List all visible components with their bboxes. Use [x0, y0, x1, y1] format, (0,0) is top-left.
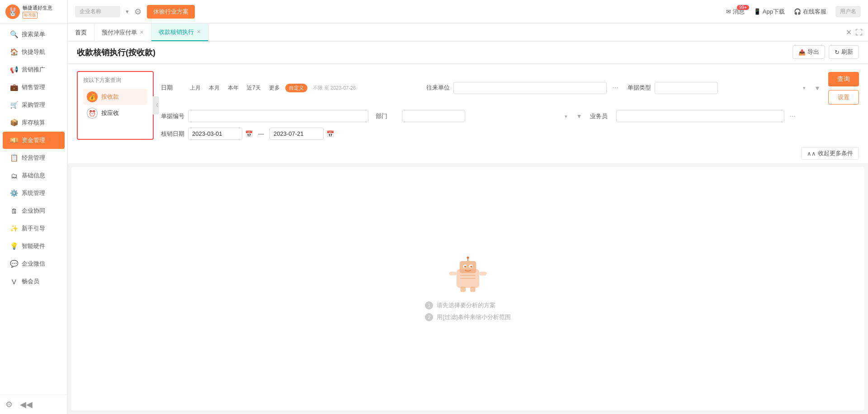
date-range-hint: 不限 至 2023-07-26	[313, 85, 356, 91]
tab-prepay-close-icon[interactable]: ✕	[140, 29, 144, 35]
filter-option-by-receivable[interactable]: ⏰ 按应收	[83, 105, 147, 121]
settings-bottom-icon[interactable]: ⚙	[5, 400, 13, 409]
tab-prepay[interactable]: 预付冲应付单 ✕	[94, 24, 151, 41]
tab-home[interactable]: 首页	[68, 24, 94, 41]
sidebar-item-inventory[interactable]: 📦 库存核算	[3, 114, 65, 131]
page-header-actions: 📤 导出 ↻ 刷新	[793, 45, 859, 59]
date-custom-btn[interactable]: 自定义	[285, 84, 307, 92]
sidebar-item-label: 库存核算	[22, 119, 45, 127]
app-logo: 🐰 畅捷通好生意 标准版	[0, 0, 67, 24]
collapse-sidebar-icon[interactable]: ◀◀	[20, 400, 33, 409]
brand-chevron-icon[interactable]: ▾	[126, 8, 129, 15]
sidebar-item-label: 系统管理	[22, 189, 45, 197]
setting-btn[interactable]: 设置	[828, 90, 859, 105]
sidebar-item-label: 采购管理	[22, 101, 45, 109]
sidebar-item-label: 智能硬件	[22, 242, 45, 250]
salesperson-more-icon[interactable]: ···	[788, 112, 797, 120]
message-badge: 99+	[737, 5, 749, 10]
page-body: 收款核销执行(按收款) 📤 导出 ↻ 刷新 按以下方案查询 💰 按收款	[68, 42, 868, 414]
tab-home-label: 首页	[75, 29, 87, 37]
query-btn[interactable]: 查询	[828, 72, 859, 86]
export-btn[interactable]: 📤 导出	[793, 45, 825, 59]
sidebar-item-system[interactable]: ⚙️ 系统管理	[3, 185, 65, 202]
filter-panel-title: 按以下方案查询	[83, 76, 147, 84]
sidebar-item-marketing[interactable]: 📢 营销推广	[3, 61, 65, 78]
filter-field-docno: 单据编号	[161, 110, 368, 122]
home-icon: 🏠	[10, 48, 18, 56]
sidebar-item-label: 企业协同	[22, 207, 45, 215]
tab-expand-icon[interactable]: ⛶	[855, 29, 863, 37]
date-more-btn[interactable]: 更多	[266, 83, 283, 93]
doctype-more-icon[interactable]: ▾	[814, 84, 821, 92]
filter-fields: 日期 上月 本月 本年 近7天 更多 自定义 不限 至 2	[161, 71, 859, 140]
tab-close-all-icon[interactable]: ✕	[846, 28, 852, 37]
sidebar-item-wechat[interactable]: 💬 企业微信	[3, 255, 65, 272]
partner-more-icon[interactable]: ···	[610, 84, 620, 92]
bulb-icon: 💡	[10, 242, 18, 250]
date-last-month-btn[interactable]: 上月	[187, 83, 203, 93]
hint-text-1: 请先选择要分析的方案	[437, 300, 495, 311]
sidebar-item-vip[interactable]: V 畅会员	[3, 273, 65, 290]
svg-point-7	[467, 257, 469, 259]
user-profile[interactable]: 用户名	[835, 6, 861, 17]
dept-chevron-icon[interactable]: ▾	[576, 112, 583, 120]
salesperson-input[interactable]	[616, 110, 784, 122]
doctype-label: 单据类型	[627, 84, 651, 92]
online-service-btn[interactable]: 🎧 在线客服	[794, 8, 826, 16]
sidebar-item-search[interactable]: 🔍 搜索菜单	[3, 26, 65, 43]
sidebar-item-label: 经营管理	[22, 154, 45, 162]
date-unlimited: 不限	[313, 85, 323, 90]
app-label: App下载	[763, 8, 785, 16]
filter-option-by-collection[interactable]: 💰 按收款	[83, 89, 147, 105]
writeoff-start-input[interactable]	[188, 128, 242, 140]
sidebar-item-collab[interactable]: 🗓 企业协同	[3, 202, 65, 219]
app-download-btn[interactable]: 📱 App下载	[754, 8, 785, 16]
sidebar-item-guide[interactable]: ✨ 新手引导	[3, 220, 65, 237]
industry-btn[interactable]: 休验行业方案	[147, 5, 195, 19]
message-btn[interactable]: ✉ 消息 99+	[726, 8, 745, 16]
sidebar-item-basic-info[interactable]: 🗂 基础信息	[3, 167, 65, 184]
gear-icon: ⚙️	[10, 189, 18, 197]
sidebar-item-finance[interactable]: 💴 资金管理	[3, 132, 65, 149]
filter-field-date: 日期 上月 本月 本年 近7天 更多 自定义 不限 至 2	[161, 83, 419, 93]
salesperson-label: 业务员	[590, 112, 613, 120]
date-7days-btn[interactable]: 近7天	[244, 83, 264, 93]
collapse-more-btn[interactable]: ∧∧ 收起更多条件	[801, 147, 859, 160]
calendar-start-icon[interactable]: 📅	[245, 130, 253, 138]
chat-icon: 💬	[10, 260, 18, 268]
sidebar-item-operations[interactable]: 📋 经营管理	[3, 149, 65, 167]
calendar-end-icon[interactable]: 📅	[326, 130, 334, 138]
dept-select-wrapper	[402, 110, 572, 122]
filter-type-panel: 按以下方案查询 💰 按收款 ⏰ 按应收 《	[77, 71, 154, 140]
writeoff-date-label: 核销日期	[161, 130, 184, 138]
filter-option-label: 按应收	[101, 109, 119, 117]
svg-rect-8	[449, 271, 457, 275]
star-icon: ✨	[10, 224, 18, 233]
writeoff-end-input[interactable]	[269, 128, 324, 140]
page-title: 收款核销执行(按收款)	[77, 47, 859, 58]
dept-select[interactable]	[402, 110, 465, 122]
docno-input[interactable]	[188, 110, 368, 122]
sidebar-item-purchase[interactable]: 🛒 采购管理	[3, 96, 65, 114]
partner-input[interactable]	[453, 82, 607, 94]
date-this-month-btn[interactable]: 本月	[206, 83, 222, 93]
hint-text-2: 用[过滤]条件来缩小分析范围	[437, 311, 510, 323]
sidebar-item-quicknav[interactable]: 🏠 快捷导航	[3, 43, 65, 61]
topbar-gear-icon[interactable]: ⚙	[134, 7, 142, 17]
sidebar-item-sales[interactable]: 💼 销售管理	[3, 79, 65, 96]
sidebar-item-hardware[interactable]: 💡 智能硬件	[3, 238, 65, 255]
filter-field-doctype: 单据类型 ▾	[627, 82, 821, 94]
sidebar-bottom: ⚙ ◀◀	[0, 395, 67, 414]
filter-field-writeoff-date: 核销日期 📅 — 📅	[161, 128, 859, 140]
brand-selector[interactable]: 企业名称	[75, 6, 120, 17]
cart-icon: 🛒	[10, 101, 18, 109]
refresh-btn[interactable]: ↻ 刷新	[829, 45, 859, 59]
tab-collection-close-icon[interactable]: ✕	[197, 29, 201, 35]
money-icon: 💴	[10, 136, 18, 144]
tab-collection[interactable]: 收款核销执行 ✕	[151, 24, 208, 41]
svg-point-5	[470, 266, 472, 267]
date-this-year-btn[interactable]: 本年	[225, 83, 241, 93]
doctype-select[interactable]	[655, 82, 718, 94]
collapse-panel-btn[interactable]: 《	[153, 96, 159, 114]
svg-point-4	[464, 266, 466, 267]
